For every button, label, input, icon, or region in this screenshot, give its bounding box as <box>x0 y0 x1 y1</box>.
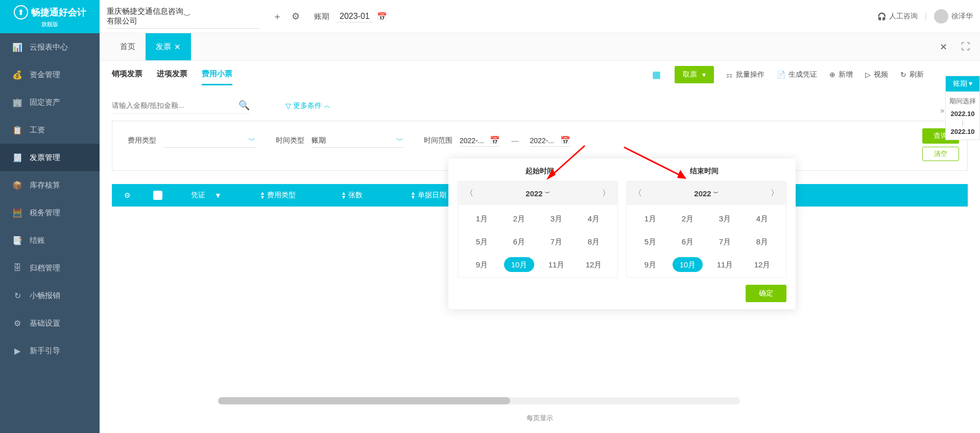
sidebar-item[interactable]: 🗄归档管理 <box>0 254 100 282</box>
tab-invoice[interactable]: 发票✕ <box>146 33 191 60</box>
month-cell[interactable]: 4月 <box>575 214 612 224</box>
sidebar-item[interactable]: 🧾发票管理 <box>0 144 100 171</box>
fullscreen-button[interactable]: ⛶ <box>957 38 975 56</box>
sidebar-item[interactable]: ↻小畅报销 <box>0 282 100 309</box>
scrollbar-thumb[interactable] <box>218 397 510 404</box>
month-cell[interactable]: 6月 <box>669 237 706 247</box>
subtab-expense[interactable]: 费用小票 <box>202 69 232 85</box>
nav-icon: 🗄 <box>12 263 22 272</box>
month-cell[interactable]: 8月 <box>744 237 781 247</box>
prev-year-button[interactable]: 〈 <box>634 188 642 199</box>
sidebar-item[interactable]: 💰资金管理 <box>0 61 100 88</box>
month-cell[interactable]: 9月 <box>632 260 669 270</box>
year-selector[interactable]: 2022﹀ <box>694 189 718 198</box>
month-cell[interactable]: 8月 <box>575 237 612 247</box>
year-selector[interactable]: 2022﹀ <box>525 189 549 198</box>
period-start[interactable]: 2022.10 <box>946 108 979 120</box>
settings-button[interactable]: ⚙ <box>286 7 305 26</box>
tab-home[interactable]: 首页 <box>110 33 146 60</box>
page-tabs: 首页 发票✕ ✕ ⛶ <box>100 33 980 61</box>
month-cell[interactable]: 2月 <box>500 214 538 224</box>
sidebar-item[interactable]: 📋工资 <box>0 116 100 144</box>
filter-icon[interactable]: ▼ <box>214 191 222 199</box>
month-cell[interactable]: 4月 <box>744 214 781 224</box>
month-cell[interactable]: 11月 <box>538 260 575 270</box>
sidebar-item[interactable]: ⚙基础设置 <box>0 309 100 337</box>
sidebar-item[interactable]: 📊云报表中心 <box>0 33 100 61</box>
fetch-button[interactable]: 取票▾ <box>675 66 714 83</box>
month-cell[interactable]: 1月 <box>463 214 500 224</box>
settings-column[interactable]: ⚙ <box>112 191 142 199</box>
add-button[interactable]: ＋ <box>268 7 286 26</box>
close-icon[interactable]: ✕ <box>174 42 181 52</box>
nav-icon: ⚙ <box>12 318 22 328</box>
qr-icon[interactable]: ▦ <box>650 69 662 81</box>
clear-button[interactable]: 清空 <box>922 147 959 161</box>
month-cell[interactable]: 1月 <box>632 214 669 224</box>
add-new-button[interactable]: ⊕新增 <box>829 70 853 79</box>
company-selector[interactable]: 重庆畅捷交通信息咨询有限公司 ﹀ <box>107 5 260 29</box>
nav-label: 云报表中心 <box>30 42 68 52</box>
month-cell[interactable]: 6月 <box>500 237 538 247</box>
search-icon[interactable]: 🔍 <box>238 100 250 111</box>
user-menu[interactable]: 徐泽华 <box>934 9 973 24</box>
next-year-button[interactable]: 〉 <box>771 188 779 199</box>
month-cell[interactable]: 3月 <box>538 214 575 224</box>
month-cell[interactable]: 12月 <box>744 260 781 270</box>
sidebar-item[interactable]: 📑结账 <box>0 226 100 254</box>
period-side-panel: 账期 ▾ 期间选择 2022.10 | 2022.10 <box>945 76 980 140</box>
support-link[interactable]: 🎧 人工咨询 <box>877 12 918 21</box>
month-cell[interactable]: 12月 <box>575 260 612 270</box>
batch-button[interactable]: ⚏批量操作 <box>726 70 764 79</box>
col-count[interactable]: ▲▼张数 <box>316 191 388 200</box>
month-cell[interactable]: 11月 <box>706 260 744 270</box>
subtab-sales[interactable]: 销项发票 <box>112 69 142 85</box>
confirm-button[interactable]: 确定 <box>746 285 786 302</box>
user-name: 徐泽华 <box>951 12 973 21</box>
month-cell[interactable]: 10月 <box>669 260 706 270</box>
month-cell[interactable]: 7月 <box>706 237 744 247</box>
date-range-popover: 起始时间 结束时间 〈 2022﹀ 〉 1月2月3月4月5月6月7月8月9月10… <box>448 158 796 309</box>
sidebar-item[interactable]: 🏢固定资产 <box>0 88 100 116</box>
headset-icon: 🎧 <box>877 12 886 20</box>
video-button[interactable]: ▷视频 <box>865 70 888 79</box>
month-cell[interactable]: 7月 <box>538 237 575 247</box>
period-panel-head[interactable]: 账期 ▾ <box>946 76 979 92</box>
horizontal-scrollbar[interactable] <box>218 397 740 404</box>
refresh-button[interactable]: ↻刷新 <box>900 70 924 79</box>
collapse-arrow-icon[interactable]: » <box>940 106 944 115</box>
month-cell[interactable]: 5月 <box>463 237 500 247</box>
nav-label: 固定资产 <box>30 98 60 107</box>
next-year-button[interactable]: 〉 <box>602 188 610 199</box>
month-cell[interactable]: 10月 <box>500 260 538 270</box>
subtab-purchase[interactable]: 进项发票 <box>157 69 187 85</box>
month-cell[interactable]: 9月 <box>463 260 500 270</box>
calendar-icon[interactable]: 📅 <box>377 12 387 21</box>
prev-year-button[interactable]: 〈 <box>465 188 473 199</box>
nav-label: 结账 <box>30 236 45 245</box>
col-type[interactable]: ▲▼费用类型 <box>240 191 316 200</box>
topbar: 重庆畅捷交通信息咨询有限公司 ﹀ ＋ ⚙ 账期 2023-01 📅 🎧 人工咨询… <box>100 0 980 33</box>
more-conditions[interactable]: ▽更多条件︿ <box>285 101 331 110</box>
month-cell[interactable]: 2月 <box>669 214 706 224</box>
time-type-select[interactable]: 账期﹀ <box>312 133 403 148</box>
voucher-button[interactable]: 📄生成凭证 <box>777 70 817 79</box>
amount-search[interactable]: 🔍 <box>112 98 250 113</box>
search-input[interactable] <box>112 101 238 109</box>
sidebar-item[interactable]: 📦库存核算 <box>0 171 100 199</box>
start-date-field[interactable]: 2022-...📅 <box>460 134 500 147</box>
period-end[interactable]: 2022.10 <box>946 126 979 138</box>
select-all-checkbox[interactable] <box>153 191 162 200</box>
sidebar-item[interactable]: 🧮税务管理 <box>0 199 100 226</box>
month-cell[interactable]: 5月 <box>632 237 669 247</box>
nav-icon: 📊 <box>12 42 22 52</box>
period-value[interactable]: 2023-01 <box>337 11 373 22</box>
nav-label: 基础设置 <box>30 318 60 328</box>
expense-type-select[interactable]: ﹀ <box>163 133 255 148</box>
month-cell[interactable]: 3月 <box>706 214 744 224</box>
close-all-button[interactable]: ✕ <box>934 38 952 56</box>
end-date-field[interactable]: 2022-...📅 <box>530 134 570 147</box>
sidebar-item[interactable]: ▶新手引导 <box>0 337 100 364</box>
page-size-label: 每页显示 <box>527 414 553 423</box>
nav-label: 归档管理 <box>30 263 60 273</box>
